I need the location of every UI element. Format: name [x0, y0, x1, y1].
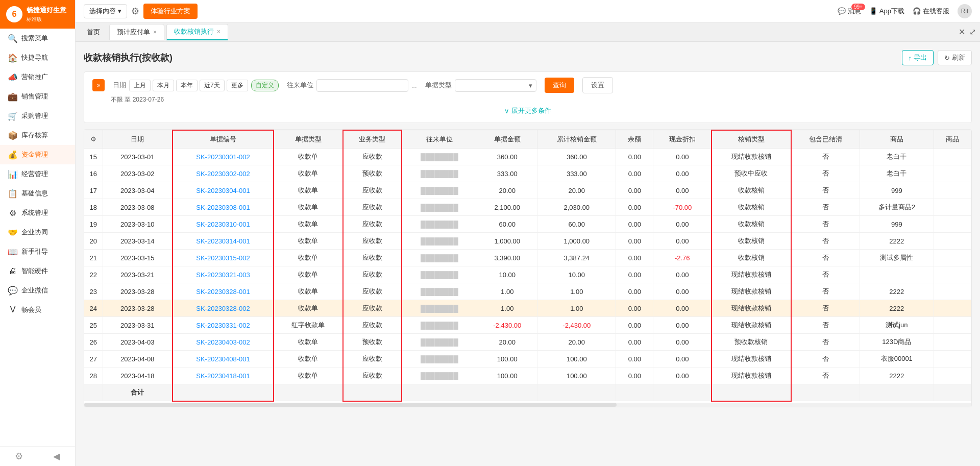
td-cancel_amount: 1,000.00 [537, 233, 616, 250]
industry-btn[interactable]: 体验行业方案 [143, 4, 198, 19]
refresh-btn[interactable]: ↻ 刷新 [938, 50, 972, 65]
td-counterpart: ████████ [402, 334, 477, 351]
td-amount: -2,430.00 [477, 317, 537, 334]
topbar-select[interactable]: 选择内容 ▾ [84, 4, 127, 18]
sidebar-icon-marketing: 📣 [8, 72, 17, 82]
export-icon: ↑ [909, 54, 912, 62]
expand-icon[interactable]: ⤢ [969, 27, 976, 37]
topbar: 选择内容 ▾ ⚙ 体验行业方案 💬 消息 99+ 📱 App下载 🎧 在线客服 … [76, 0, 980, 22]
td-product: 2222 [860, 367, 934, 384]
tab-receipt-cancel[interactable]: 收款核销执行× [166, 24, 228, 40]
setting-btn[interactable]: 设置 [582, 77, 613, 93]
order-link[interactable]: SK-20230328-001 [196, 288, 250, 296]
sidebar-label-inventory: 库存核算 [21, 131, 48, 140]
sidebar-item-system[interactable]: ⚙系统管理 [0, 203, 75, 223]
date-btn-更多[interactable]: 更多 [227, 80, 248, 91]
th-discount: 现金折扣 [653, 130, 712, 149]
sidebar-item-member[interactable]: V畅会员 [0, 300, 75, 320]
counterpart-label: 往来单位 [287, 81, 313, 90]
tab-close-receipt-cancel[interactable]: × [217, 28, 220, 35]
table-row: 192023-03-10SK-20230310-001收款单应收款███████… [84, 216, 971, 233]
sidebar-icon-member: V [8, 305, 17, 314]
close-tab-icon[interactable]: ✕ [959, 27, 965, 37]
td-date: 2023-04-03 [103, 334, 173, 351]
order-link[interactable]: SK-20230328-002 [196, 305, 250, 312]
th-biz_type: 业务类型 [343, 130, 402, 149]
order-link[interactable]: SK-20230301-002 [196, 153, 250, 161]
sidebar-item-quicknav[interactable]: 🏠快捷导航 [0, 48, 75, 67]
sidebar-icon-wechat: 💬 [8, 286, 17, 295]
td-cancel_amount: 20.00 [537, 334, 616, 351]
td-include_settled: 否 [791, 283, 860, 300]
td-biz_type: 应收款 [343, 367, 402, 384]
sidebar-item-operation[interactable]: 📊经营管理 [0, 164, 75, 184]
order-link[interactable]: SK-20230302-002 [196, 170, 250, 178]
sidebar-item-finance[interactable]: 💰资金管理 [0, 145, 75, 164]
export-btn[interactable]: ↑ 导出 [902, 50, 934, 65]
td-biz_type: 应收款 [343, 317, 402, 334]
expand-more-btn[interactable]: ∨ 展开更多条件 [92, 104, 963, 117]
scrollbar-thumb[interactable] [84, 403, 617, 407]
td-biz_type: 应收款 [343, 233, 402, 250]
order-link[interactable]: SK-20230418-001 [196, 372, 250, 380]
td-cancel_amount: 60.00 [537, 216, 616, 233]
sidebar-item-search[interactable]: 🔍搜索菜单 [0, 29, 75, 48]
sidebar-icon-purchase: 🛒 [8, 111, 17, 120]
horizontal-scrollbar[interactable] [84, 403, 971, 407]
tab-home[interactable]: 首页 [80, 24, 107, 40]
sidebar-item-wechat[interactable]: 💬企业微信 [0, 281, 75, 300]
td-cancel_type: 现结收款核销 [712, 283, 791, 300]
settings-icon[interactable]: ⚙ [15, 451, 23, 462]
order-link[interactable]: SK-20230314-001 [196, 237, 250, 245]
order-link[interactable]: SK-20230321-003 [196, 271, 250, 279]
date-btn-上月[interactable]: 上月 [129, 80, 151, 91]
td-product2 [934, 367, 971, 384]
sidebar-item-inventory[interactable]: 📦库存核算 [0, 126, 75, 145]
sidebar-item-basic[interactable]: 📋基础信息 [0, 184, 75, 203]
tab-prepay[interactable]: 预计应付单× [109, 24, 164, 40]
sidebar-item-hardware[interactable]: 🖨智能硬件 [0, 261, 75, 281]
order-link[interactable]: SK-20230315-002 [196, 254, 250, 262]
gear-icon[interactable]: ⚙ [131, 6, 139, 17]
sidebar-icon-hardware: 🖨 [8, 266, 17, 276]
collapse-icon[interactable]: ◀ [53, 451, 60, 462]
sidebar-label-corp: 企业协同 [21, 228, 48, 237]
order-link[interactable]: SK-20230304-001 [196, 187, 250, 194]
order-link[interactable]: SK-20230408-001 [196, 355, 250, 363]
page-content: 收款核销执行(按收款) ↑ 导出 ↻ 刷新 » 日期 上月本月本年近7天更多 [76, 42, 980, 466]
app-download-btn[interactable]: 📱 App下载 [869, 7, 904, 16]
order-link[interactable]: SK-20230308-001 [196, 204, 250, 211]
messages-btn[interactable]: 💬 消息 99+ [838, 7, 861, 16]
query-btn[interactable]: 查询 [545, 78, 574, 93]
counterpart-input[interactable] [316, 79, 408, 92]
receipt-type-select[interactable] [455, 79, 536, 92]
order-link[interactable]: SK-20230331-002 [196, 322, 250, 329]
tab-close-prepay[interactable]: × [153, 29, 157, 36]
td-product2 [934, 351, 971, 367]
counterpart-more-icon[interactable]: ... [411, 82, 417, 89]
td-product: 2222 [860, 300, 934, 317]
sidebar-item-guide[interactable]: 📖新手引导 [0, 242, 75, 261]
td-product2 [934, 182, 971, 199]
online-service-btn[interactable]: 🎧 在线客服 [913, 7, 949, 16]
custom-btn[interactable]: 自定义 [251, 80, 279, 91]
sidebar-item-marketing[interactable]: 📣营销推广 [0, 67, 75, 87]
td-counterpart: ████████ [402, 250, 477, 266]
sidebar-item-sales[interactable]: 💼销售管理 [0, 87, 75, 106]
td-total-balance [616, 384, 653, 401]
order-link[interactable]: SK-20230310-001 [196, 220, 250, 228]
td-balance: 0.00 [616, 367, 653, 384]
td-include_settled: 否 [791, 165, 860, 182]
table-gear-btn[interactable]: ⚙ [90, 135, 96, 143]
sidebar-item-purchase[interactable]: 🛒采购管理 [0, 106, 75, 126]
avatar[interactable]: Rit [958, 4, 972, 18]
sidebar-icon-search: 🔍 [8, 34, 17, 43]
td-include_settled: 否 [791, 317, 860, 334]
date-btn-本年[interactable]: 本年 [176, 80, 198, 91]
date-btn-本月[interactable]: 本月 [153, 80, 174, 91]
filter-toggle[interactable]: » [92, 79, 105, 91]
sidebar-item-corp[interactable]: 🤝企业协同 [0, 223, 75, 242]
order-link[interactable]: SK-20230403-002 [196, 338, 250, 346]
sidebar-label-member: 畅会员 [21, 305, 41, 314]
date-btn-近7天[interactable]: 近7天 [200, 80, 225, 91]
